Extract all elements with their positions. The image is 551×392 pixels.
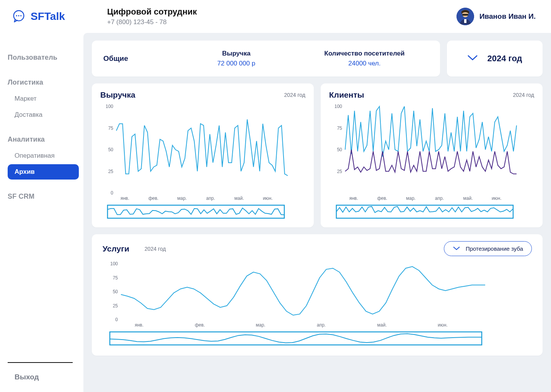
sidebar-heading-user[interactable]: Пользователь: [8, 52, 79, 63]
svg-text:май.: май.: [235, 196, 244, 201]
svg-text:мар.: мар.: [406, 196, 416, 201]
logo[interactable]: SFTalk: [11, 9, 84, 24]
year-selector[interactable]: 2024 год: [447, 41, 543, 77]
chart-revenue-year: 2024 год: [284, 92, 305, 98]
svg-point-1: [16, 15, 17, 16]
svg-text:мар.: мар.: [256, 322, 265, 328]
svg-text:июн.: июн.: [492, 196, 502, 201]
svg-text:100: 100: [110, 261, 118, 266]
chart-clients-svg: 255075100янв.фев.мар.апр.май.июн.: [329, 103, 520, 202]
chart-services-svg: 0255075100янв.фев.мар.апр.май.июн.: [103, 260, 489, 329]
sidebar-divider: [8, 362, 73, 363]
sidebar-heading-logistics[interactable]: Логистика: [8, 77, 79, 88]
chart-clients-title: Клиенты: [329, 90, 364, 100]
chat-icon: [11, 9, 26, 24]
svg-text:июн.: июн.: [438, 322, 448, 328]
summary-visitors: Количество посетителей 24000 чел.: [300, 50, 429, 67]
summary-revenue-title: Выручка: [172, 50, 300, 57]
svg-text:25: 25: [337, 169, 342, 174]
logo-text: SFTalk: [31, 10, 65, 23]
svg-text:100: 100: [106, 104, 113, 109]
svg-text:0: 0: [115, 317, 118, 322]
header-info: Цифровой сотрудник +7 (800) 123-45 - 78: [107, 7, 456, 26]
svg-point-3: [20, 15, 21, 16]
svg-text:100: 100: [334, 104, 342, 109]
summary-visitors-title: Количество посетителей: [300, 50, 429, 57]
summary-revenue: Выручка 72 000 000 р: [172, 50, 300, 67]
chevron-down-icon: [467, 55, 478, 62]
chart-clients: Клиенты 2024 год 255075100янв.фев.мар.ап…: [321, 83, 543, 227]
svg-text:фев.: фев.: [377, 196, 387, 201]
sidebar: Пользователь Логистика Маркет Доставка А…: [0, 33, 83, 392]
year-text: 2024 год: [487, 54, 522, 64]
chart-services-year: 2024 год: [145, 246, 166, 252]
svg-text:0: 0: [111, 190, 113, 196]
header: SFTalk Цифровой сотрудник +7 (800) 123-4…: [0, 0, 551, 33]
chart-revenue: Выручка 2024 год 0255075100янв.фев.мар.а…: [92, 83, 314, 227]
svg-text:50: 50: [108, 147, 114, 152]
sidebar-item-delivery[interactable]: Доставка: [8, 107, 79, 122]
svg-text:фев.: фев.: [195, 322, 205, 328]
svg-text:янв.: янв.: [135, 322, 143, 328]
svg-text:25: 25: [113, 303, 118, 309]
page-title: Цифровой сотрудник: [107, 7, 456, 17]
logout-button[interactable]: Выход: [8, 370, 79, 384]
main-content: Общие Выручка 72 000 000 р Количество по…: [83, 33, 551, 392]
summary-revenue-value: 72 000 000 р: [172, 60, 300, 67]
chart-revenue-mini[interactable]: [100, 204, 292, 220]
sidebar-item-operative[interactable]: Оперативная: [8, 148, 79, 163]
chart-revenue-title: Выручка: [100, 90, 135, 100]
svg-rect-19: [108, 205, 284, 218]
svg-rect-7: [462, 14, 468, 16]
svg-text:янв.: янв.: [121, 196, 129, 201]
svg-text:50: 50: [113, 289, 118, 294]
svg-text:75: 75: [113, 275, 118, 281]
chart-services-title: Услуги: [103, 244, 129, 253]
avatar: [456, 8, 474, 25]
svg-point-2: [18, 15, 19, 16]
svg-text:25: 25: [108, 169, 114, 174]
user-name: Иванов Иван И.: [479, 12, 536, 21]
svg-text:май.: май.: [377, 322, 387, 328]
svg-text:апр.: апр.: [206, 196, 215, 201]
svg-text:апр.: апр.: [435, 196, 444, 201]
sidebar-item-market[interactable]: Маркет: [8, 91, 79, 106]
summary-card: Общие Выручка 72 000 000 р Количество по…: [92, 41, 440, 77]
header-phone: +7 (800) 123-45 - 78: [107, 18, 456, 26]
sidebar-heading-analytics[interactable]: Аналитика: [8, 134, 79, 145]
summary-visitors-value: 24000 чел.: [300, 60, 429, 67]
services-select-label: Протезирование зуба: [466, 245, 523, 252]
chart-services: Услуги 2024 год Протезирование зуба 0255…: [92, 234, 543, 356]
svg-rect-6: [464, 19, 466, 23]
sidebar-item-archive[interactable]: Архив: [8, 164, 79, 180]
sidebar-heading-crm[interactable]: SF CRM: [8, 191, 79, 202]
svg-text:апр.: апр.: [317, 322, 326, 328]
svg-text:мар.: мар.: [177, 196, 187, 201]
svg-text:75: 75: [108, 126, 114, 131]
chart-clients-year: 2024 год: [513, 92, 534, 98]
svg-text:50: 50: [337, 147, 342, 152]
summary-label: Общие: [103, 54, 172, 63]
user-menu[interactable]: Иванов Иван И.: [456, 8, 536, 25]
svg-text:янв.: янв.: [349, 196, 358, 201]
svg-text:75: 75: [337, 126, 342, 131]
chevron-down-icon: [453, 245, 460, 252]
chart-revenue-svg: 0255075100янв.фев.мар.апр.май.июн.: [100, 103, 292, 202]
svg-text:фев.: фев.: [148, 196, 158, 201]
svg-text:май.: май.: [463, 196, 473, 201]
services-select[interactable]: Протезирование зуба: [444, 241, 532, 256]
svg-text:июн.: июн.: [263, 196, 273, 201]
chart-services-mini[interactable]: [103, 330, 489, 346]
chart-clients-mini[interactable]: [329, 204, 520, 220]
